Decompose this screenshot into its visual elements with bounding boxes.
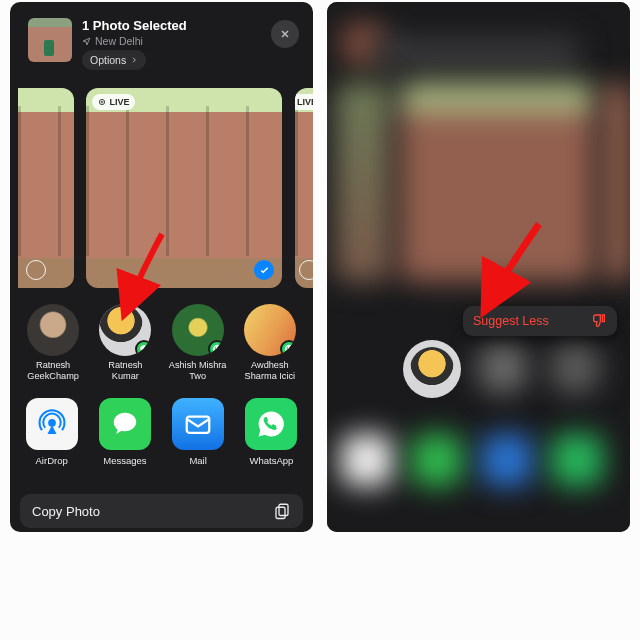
options-label: Options: [90, 54, 126, 66]
airdrop-icon: [26, 398, 78, 450]
photo-preview-strip[interactable]: LIVE LIVE: [10, 88, 313, 290]
share-contact[interactable]: Awdhesh Sharma Icici: [241, 304, 299, 396]
share-app-mail[interactable]: Mail: [171, 398, 226, 486]
contact-name: Ratnesh Kumar: [96, 360, 154, 381]
share-app-whatsapp[interactable]: WhatsApp: [244, 398, 299, 486]
preview-photo-selected[interactable]: LIVE: [86, 88, 282, 288]
selected-photo-thumbnail[interactable]: [28, 18, 72, 62]
whatsapp-badge-icon: [280, 340, 296, 356]
app-label: AirDrop: [36, 455, 68, 466]
share-sheet-header: 1 Photo Selected New Delhi Options: [10, 8, 313, 74]
copy-icon: [273, 502, 291, 520]
suggest-less-label: Suggest Less: [473, 314, 549, 328]
live-badge: LIVE: [295, 94, 313, 110]
svg-point-4: [49, 420, 55, 426]
svg-rect-5: [187, 417, 210, 433]
svg-rect-6: [279, 504, 288, 515]
close-button[interactable]: [271, 20, 299, 48]
whatsapp-badge-icon: [208, 340, 224, 356]
avatar: [172, 304, 224, 356]
app-label: WhatsApp: [249, 455, 293, 466]
whatsapp-icon: [245, 398, 297, 450]
contact-name: Ashish Mishra Two: [169, 360, 227, 381]
contact-name: Ratnesh GeekChamp: [24, 360, 82, 381]
copy-photo-action[interactable]: Copy Photo: [20, 494, 303, 528]
avatar: [27, 304, 79, 356]
selection-title: 1 Photo Selected: [82, 18, 187, 33]
messages-badge-icon: [135, 340, 151, 356]
mail-icon: [172, 398, 224, 450]
close-icon: [279, 28, 291, 40]
context-menu-screen: Suggest Less: [327, 2, 630, 532]
selection-checked-icon[interactable]: [254, 260, 274, 280]
share-people-row: Ratnesh GeekChamp Ratnesh Kumar Ashish: [10, 304, 313, 396]
options-button[interactable]: Options: [82, 50, 146, 70]
svg-point-0: [101, 101, 103, 103]
share-contact[interactable]: Ratnesh GeekChamp: [24, 304, 82, 396]
thumbs-down-icon: [591, 313, 607, 329]
location-arrow-icon: [82, 37, 91, 46]
avatar: [244, 304, 296, 356]
selection-ring-icon[interactable]: [26, 260, 46, 280]
app-label: Mail: [189, 455, 206, 466]
live-target-icon: [98, 98, 106, 106]
share-app-airdrop[interactable]: AirDrop: [24, 398, 79, 486]
share-apps-row: AirDrop Messages Mail WhatsApp: [10, 398, 313, 486]
share-contact[interactable]: Ratnesh Kumar: [96, 304, 154, 396]
action-label: Copy Photo: [32, 504, 100, 519]
location-row[interactable]: New Delhi: [82, 35, 143, 47]
memoji-icon: [410, 347, 454, 391]
focused-contact-avatar[interactable]: [403, 340, 461, 398]
preview-photo[interactable]: [18, 88, 74, 288]
share-contact[interactable]: Ashish Mishra Two: [169, 304, 227, 396]
share-sheet-screen: 1 Photo Selected New Delhi Options LIVE: [10, 2, 313, 532]
svg-point-1: [100, 99, 105, 104]
suggest-less-button[interactable]: Suggest Less: [463, 306, 617, 336]
app-label: Messages: [103, 455, 146, 466]
avatar: [99, 304, 151, 356]
live-badge: LIVE: [92, 94, 135, 110]
share-app-messages[interactable]: Messages: [97, 398, 152, 486]
svg-rect-7: [276, 507, 285, 518]
chevron-right-icon: [130, 56, 138, 64]
messages-icon: [99, 398, 151, 450]
contact-name: Awdhesh Sharma Icici: [241, 360, 299, 381]
location-text: New Delhi: [95, 35, 143, 47]
preview-photo[interactable]: LIVE: [295, 88, 313, 288]
selection-ring-icon[interactable]: [299, 260, 313, 280]
blurred-background: [327, 2, 630, 532]
